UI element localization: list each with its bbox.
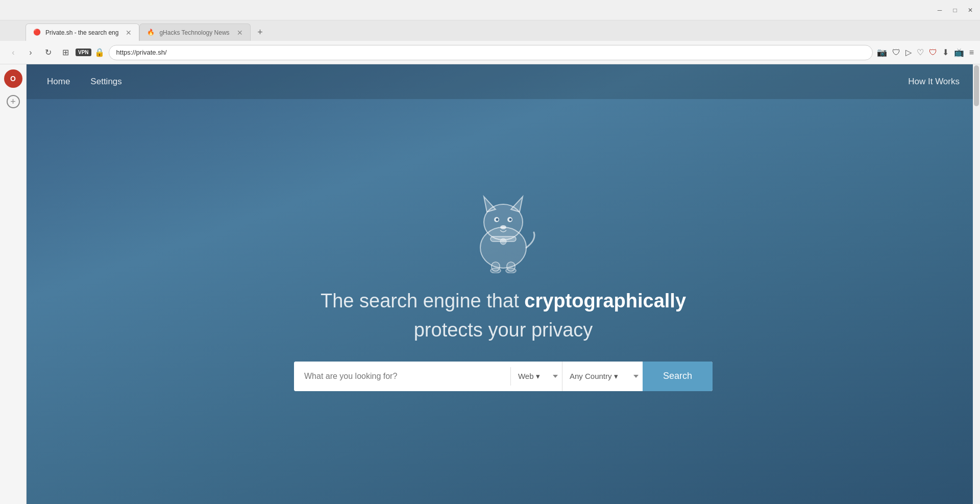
cast-icon[interactable]: 📺: [954, 47, 964, 57]
window-controls: ─ □ ✕: [935, 6, 975, 15]
opera-logo[interactable]: O: [4, 69, 22, 88]
search-button[interactable]: Search: [643, 362, 713, 391]
secure-icon: 🔒: [94, 47, 105, 57]
tab-label-privatesh: Private.sh - the search eng: [45, 29, 118, 36]
new-tab-button[interactable]: +: [253, 25, 268, 40]
hero-title-part1: The search engine that: [321, 290, 524, 311]
camera-icon[interactable]: 📷: [877, 47, 887, 57]
minimize-button[interactable]: ─: [935, 6, 944, 15]
tabs-button[interactable]: ⊞: [58, 45, 72, 60]
heart-icon[interactable]: ♡: [917, 47, 924, 57]
svg-point-8: [500, 225, 506, 229]
nav-controls: ‹ › ↻ ⊞ VPN 🔒: [6, 45, 105, 60]
site-nav-links: Home Settings: [47, 77, 122, 87]
reload-button[interactable]: ↻: [41, 45, 55, 60]
nav-settings[interactable]: Settings: [90, 77, 121, 87]
search-container: Web ▾ Images ▾ News ▾ Any Country ▾ Unit…: [294, 362, 713, 391]
tab-favicon-privatesh: 🔴: [33, 29, 41, 37]
svg-point-13: [491, 268, 501, 273]
hero-subtitle: protects your privacy: [414, 319, 593, 341]
tab-favicon-ghacks: 🔥: [147, 29, 155, 37]
search-input[interactable]: [294, 362, 510, 391]
address-bar[interactable]: [109, 45, 873, 60]
content-area: O + Home Settings How It Works: [0, 64, 980, 504]
svg-marker-2: [484, 197, 496, 212]
tab-ghacks[interactable]: 🔥 gHacks Technology News ✕: [139, 23, 250, 41]
tab-bar: 🔴 Private.sh - the search eng ✕ 🔥 gHacks…: [0, 20, 980, 41]
tab-close-privatesh[interactable]: ✕: [126, 29, 132, 37]
maximize-button[interactable]: □: [950, 6, 960, 15]
browser-content: Home Settings How It Works: [27, 64, 980, 504]
svg-point-10: [500, 238, 506, 245]
scrollbar-thumb[interactable]: [974, 65, 979, 106]
shield-icon[interactable]: 🛡: [892, 48, 900, 57]
sidebar: O +: [0, 64, 27, 504]
tab-privatesh[interactable]: 🔴 Private.sh - the search eng ✕: [26, 23, 139, 41]
site-nav: Home Settings How It Works: [27, 64, 980, 99]
tab-close-ghacks[interactable]: ✕: [237, 29, 243, 37]
close-button[interactable]: ✕: [966, 6, 975, 15]
site-nav-right: How It Works: [908, 77, 960, 87]
tab-label-ghacks: gHacks Technology News: [159, 29, 229, 36]
mascot-image: [462, 181, 544, 273]
website: Home Settings How It Works: [27, 64, 980, 504]
browser-frame: ─ □ ✕ 🔴 Private.sh - the search eng ✕ 🔥 …: [0, 0, 980, 504]
hero-title: The search engine that cryptographically: [321, 289, 686, 314]
nav-how-it-works[interactable]: How It Works: [908, 77, 960, 86]
search-type-select[interactable]: Web ▾ Images ▾ News ▾: [511, 362, 562, 391]
adblocker-icon[interactable]: ▷: [905, 47, 912, 57]
forward-button[interactable]: ›: [23, 45, 38, 60]
nav-home[interactable]: Home: [47, 77, 70, 87]
add-sidebar-item-button[interactable]: +: [7, 95, 20, 108]
svg-marker-3: [511, 197, 523, 212]
search-country-select[interactable]: Any Country ▾ United States ▾ United Kin…: [562, 362, 643, 391]
svg-point-6: [496, 219, 499, 221]
svg-point-14: [506, 268, 516, 273]
toolbar-actions: 📷 🛡 ▷ ♡ 🛡 ⬇ 📺 ≡: [877, 47, 974, 57]
hero-section: The search engine that cryptographically…: [27, 99, 980, 504]
toolbar: ‹ › ↻ ⊞ VPN 🔒 📷 🛡 ▷ ♡ 🛡 ⬇ 📺 ≡: [0, 41, 980, 64]
menu-icon[interactable]: ≡: [969, 48, 974, 57]
scrollbar[interactable]: [973, 64, 980, 504]
adblock-icon[interactable]: 🛡: [929, 48, 937, 57]
vpn-badge[interactable]: VPN: [76, 49, 91, 56]
download-icon[interactable]: ⬇: [942, 47, 949, 57]
hero-title-bold: cryptographically: [524, 290, 686, 311]
title-bar: ─ □ ✕: [0, 0, 980, 20]
back-button[interactable]: ‹: [6, 45, 20, 60]
svg-point-7: [509, 219, 512, 221]
